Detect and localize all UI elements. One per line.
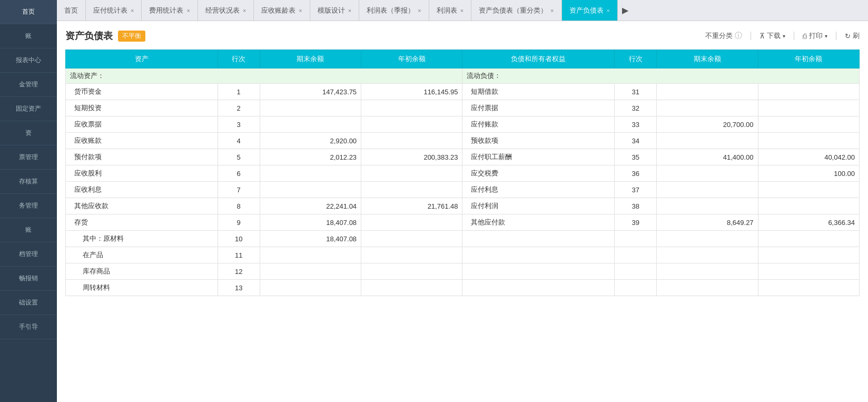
left-label-8[interactable]: 存货 bbox=[66, 214, 218, 231]
sidebar-item-inventory[interactable]: 存核算 bbox=[0, 170, 57, 194]
right-begin-bal-1 bbox=[758, 100, 859, 116]
table-row: 在产品 11 bbox=[66, 247, 860, 263]
sidebar-item-account[interactable]: 账 bbox=[0, 24, 57, 48]
left-label-9[interactable]: 其中：原材料 bbox=[66, 231, 218, 247]
table-row: 应收利息 7 应付利息 37 bbox=[66, 182, 860, 198]
left-label-4[interactable]: 预付款项 bbox=[66, 149, 218, 165]
left-end-bal-8: 18,407.08 bbox=[260, 214, 361, 231]
left-row-num-10: 11 bbox=[218, 247, 260, 263]
tab-balance-reclassified[interactable]: 资产负债表（重分类） × bbox=[471, 0, 561, 21]
right-label-8[interactable]: 其他应付款 bbox=[462, 214, 615, 231]
tab-close-payable-stats[interactable]: × bbox=[131, 7, 134, 14]
tab-close-receivable-aging[interactable]: × bbox=[299, 7, 302, 14]
left-end-bal-4: 2,012.23 bbox=[260, 149, 361, 165]
right-begin-bal-0 bbox=[758, 84, 859, 100]
tab-close-business-status[interactable]: × bbox=[243, 7, 246, 14]
left-end-bal-10 bbox=[260, 247, 361, 263]
left-begin-bal-9 bbox=[361, 231, 462, 247]
right-label-11[interactable] bbox=[462, 263, 615, 280]
tab-expense-stats[interactable]: 费用统计表 × bbox=[142, 0, 198, 21]
right-label-2[interactable]: 应付账款 bbox=[462, 116, 615, 133]
left-label-6[interactable]: 应收利息 bbox=[66, 182, 218, 198]
right-label-6[interactable]: 应付利息 bbox=[462, 182, 615, 198]
tab-receivable-aging[interactable]: 应收账龄表 × bbox=[254, 0, 310, 21]
col-end-balance-left: 期末余额 bbox=[260, 50, 361, 68]
col-begin-balance-right: 年初余额 bbox=[758, 50, 859, 68]
tab-balance[interactable]: 资产负债表 × bbox=[562, 0, 618, 21]
left-row-num-0: 1 bbox=[218, 84, 260, 100]
tab-close-profit-quarterly[interactable]: × bbox=[418, 7, 421, 14]
sidebar-item-capital[interactable]: 资 bbox=[0, 121, 57, 145]
tab-template-design[interactable]: 模版设计 × bbox=[310, 0, 359, 21]
no-classify-button[interactable]: 不重分类 ⓘ bbox=[705, 31, 742, 41]
left-begin-bal-3 bbox=[361, 133, 462, 149]
right-end-bal-6 bbox=[657, 182, 758, 198]
right-label-9[interactable] bbox=[462, 231, 615, 247]
left-label-1[interactable]: 短期投资 bbox=[66, 100, 218, 116]
right-end-bal-0 bbox=[657, 84, 758, 100]
left-label-0[interactable]: 货币资金 bbox=[66, 84, 218, 100]
left-begin-bal-8 bbox=[361, 214, 462, 231]
right-begin-bal-3 bbox=[758, 133, 859, 149]
left-label-3[interactable]: 应收账款 bbox=[66, 133, 218, 149]
sidebar-item-expense[interactable]: 畅报销 bbox=[0, 267, 57, 291]
left-end-bal-6 bbox=[260, 182, 361, 198]
sidebar-item-ledger[interactable]: 账 bbox=[0, 218, 57, 242]
tab-profit-quarterly[interactable]: 利润表（季报） × bbox=[359, 0, 429, 21]
left-end-bal-1 bbox=[260, 100, 361, 116]
sidebar-item-finance[interactable]: 金管理 bbox=[0, 73, 57, 97]
tab-close-balance[interactable]: × bbox=[607, 7, 610, 14]
table-section-row: 流动资产： 流动负债： bbox=[66, 68, 860, 84]
right-label-1[interactable]: 应付票据 bbox=[462, 100, 615, 116]
sidebar-item-affairs[interactable]: 务管理 bbox=[0, 194, 57, 218]
left-label-11[interactable]: 库存商品 bbox=[66, 263, 218, 280]
print-button[interactable]: ⎙ 打印 ▾ bbox=[803, 31, 827, 41]
left-label-2[interactable]: 应收票据 bbox=[66, 116, 218, 133]
tab-close-profit[interactable]: × bbox=[460, 7, 463, 14]
col-begin-balance-left: 年初余额 bbox=[361, 50, 462, 68]
sidebar-item-archive[interactable]: 档管理 bbox=[0, 242, 57, 267]
left-label-12[interactable]: 周转材料 bbox=[66, 280, 218, 296]
tab-profit[interactable]: 利润表 × bbox=[429, 0, 471, 21]
right-begin-bal-8: 6,366.34 bbox=[758, 214, 859, 231]
tab-scroll-right-icon[interactable]: ▶ bbox=[618, 5, 633, 15]
sidebar-item-ticket[interactable]: 票管理 bbox=[0, 145, 57, 170]
right-label-12[interactable] bbox=[462, 280, 615, 296]
left-row-num-8: 9 bbox=[218, 214, 260, 231]
right-row-num-0: 31 bbox=[615, 84, 657, 100]
sidebar-item-settings[interactable]: 础设置 bbox=[0, 291, 57, 315]
left-begin-bal-6 bbox=[361, 182, 462, 198]
content-area: 资产负债表 不平衡 不重分类 ⓘ ⊼ 下载 ▾ ⎙ 打印 ▾ bbox=[57, 21, 868, 402]
tab-close-expense-stats[interactable]: × bbox=[186, 7, 190, 14]
right-label-10[interactable] bbox=[462, 247, 615, 263]
page-title: 资产负债表 bbox=[65, 30, 113, 42]
left-begin-bal-0: 116,145.95 bbox=[361, 84, 462, 100]
right-label-5[interactable]: 应交税费 bbox=[462, 165, 615, 182]
sidebar-item-home[interactable]: 首页 bbox=[0, 0, 57, 24]
tab-business-status[interactable]: 经营状况表 × bbox=[198, 0, 254, 21]
tab-home[interactable]: 首页 bbox=[57, 0, 86, 21]
left-label-10[interactable]: 在产品 bbox=[66, 247, 218, 263]
sidebar-item-fixed-assets[interactable]: 固定资产 bbox=[0, 97, 57, 121]
download-button[interactable]: ⊼ 下载 ▾ bbox=[760, 31, 785, 41]
tab-close-template-design[interactable]: × bbox=[348, 7, 351, 14]
sidebar-item-report-center[interactable]: 报表中心 bbox=[0, 48, 57, 73]
help-icon[interactable]: ⓘ bbox=[735, 31, 742, 41]
print-chevron-icon: ▾ bbox=[825, 33, 827, 39]
tab-close-balance-reclassified[interactable]: × bbox=[550, 7, 554, 14]
left-label-7[interactable]: 其他应收款 bbox=[66, 198, 218, 214]
right-end-bal-12 bbox=[657, 280, 758, 296]
left-begin-bal-5 bbox=[361, 165, 462, 182]
left-begin-bal-12 bbox=[361, 280, 462, 296]
left-row-num-6: 7 bbox=[218, 182, 260, 198]
right-label-3[interactable]: 预收款项 bbox=[462, 133, 615, 149]
right-row-num-5: 36 bbox=[615, 165, 657, 182]
sidebar-item-guide[interactable]: 手引导 bbox=[0, 315, 57, 339]
refresh-button[interactable]: ↻ 刷 bbox=[845, 31, 860, 41]
left-label-5[interactable]: 应收股利 bbox=[66, 165, 218, 182]
left-end-bal-11 bbox=[260, 263, 361, 280]
tab-payable-stats[interactable]: 应付统计表 × bbox=[86, 0, 142, 21]
right-label-4[interactable]: 应付职工薪酬 bbox=[462, 149, 615, 165]
right-label-7[interactable]: 应付利润 bbox=[462, 198, 615, 214]
right-label-0[interactable]: 短期借款 bbox=[462, 84, 615, 100]
